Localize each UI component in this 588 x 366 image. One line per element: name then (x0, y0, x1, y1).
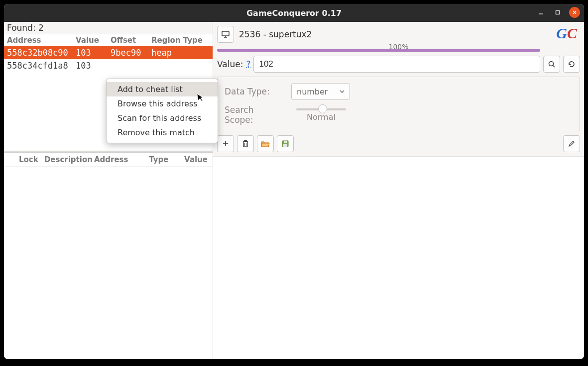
found-count-label: Found: 2 (4, 22, 213, 34)
slider-thumb[interactable] (318, 104, 327, 113)
menu-item-browse-address[interactable]: Browse this address (107, 96, 218, 111)
results-header-row: Address Value Offset Region Type (4, 34, 213, 46)
search-scope-label: Search Scope: (225, 105, 279, 125)
cheat-table-body[interactable] (4, 167, 213, 359)
search-scope-value: Normal (307, 112, 336, 122)
select-process-button[interactable] (217, 26, 234, 43)
col-header-region[interactable]: Region Type (151, 36, 201, 45)
menu-item-scan-address[interactable]: Scan for this address (107, 111, 218, 125)
col-header-type[interactable]: Type (149, 155, 174, 164)
svg-rect-15 (244, 141, 246, 142)
results-pane: Found: 2 Address Value Offset Region Typ… (4, 22, 213, 359)
col-header-offset[interactable]: Offset (111, 36, 151, 45)
svg-rect-1 (556, 11, 560, 14)
cheat-list-area[interactable] (213, 156, 584, 359)
chevron-down-icon (340, 90, 345, 93)
window-title: GameConqueror 0.17 (246, 8, 342, 18)
open-cheat-button[interactable] (257, 135, 274, 152)
cheat-header-row: Lock Description Address Type Value (4, 153, 213, 167)
col-header-description[interactable]: Description (44, 155, 94, 164)
context-menu: Add to cheat list Browse this address Sc… (106, 79, 218, 143)
search-button[interactable] (543, 56, 560, 73)
add-cheat-button[interactable] (217, 135, 234, 152)
menu-item-remove-match[interactable]: Remove this match (107, 125, 218, 140)
table-row[interactable]: 558c32b08c90 103 9bec90 heap (4, 46, 213, 59)
edit-button[interactable] (563, 135, 580, 152)
process-name: 2536 - supertux2 (239, 29, 312, 39)
menu-item-add-cheat[interactable]: Add to cheat list (107, 82, 218, 96)
value-label: Value: (217, 59, 243, 69)
svg-rect-11 (243, 142, 247, 147)
progress-bar: 100% (217, 47, 580, 52)
svg-rect-4 (222, 31, 229, 36)
value-help-link[interactable]: ? (246, 59, 250, 69)
col-header-address2[interactable]: Address (94, 155, 149, 164)
reset-button[interactable] (563, 56, 580, 73)
window-titlebar: GameConqueror 0.17 (4, 4, 584, 22)
data-type-select[interactable]: number (291, 83, 350, 100)
table-row[interactable]: 558c34cfd1a8 103 (4, 59, 213, 72)
minimize-button[interactable] (535, 7, 546, 18)
col-header-value2[interactable]: Value (184, 155, 210, 164)
svg-point-7 (549, 62, 554, 66)
svg-rect-18 (283, 144, 287, 147)
data-type-label: Data Type: (225, 87, 279, 96)
search-scope-slider[interactable] (296, 108, 346, 110)
scan-pane: GC 2536 - supertux2 100% Value: ? (213, 22, 584, 359)
svg-line-8 (553, 66, 555, 68)
delete-cheat-button[interactable] (237, 135, 254, 152)
app-logo: GC (556, 25, 577, 42)
col-header-address[interactable]: Address (7, 36, 76, 45)
maximize-button[interactable] (552, 7, 563, 18)
col-header-value[interactable]: Value (76, 36, 111, 45)
value-input[interactable] (253, 56, 540, 73)
svg-rect-17 (284, 141, 287, 143)
close-button[interactable] (569, 7, 580, 18)
search-options-panel: Data Type: number Search Scope: Normal (217, 77, 580, 131)
save-cheat-button[interactable] (277, 135, 294, 152)
col-header-lock[interactable]: Lock (19, 155, 44, 164)
